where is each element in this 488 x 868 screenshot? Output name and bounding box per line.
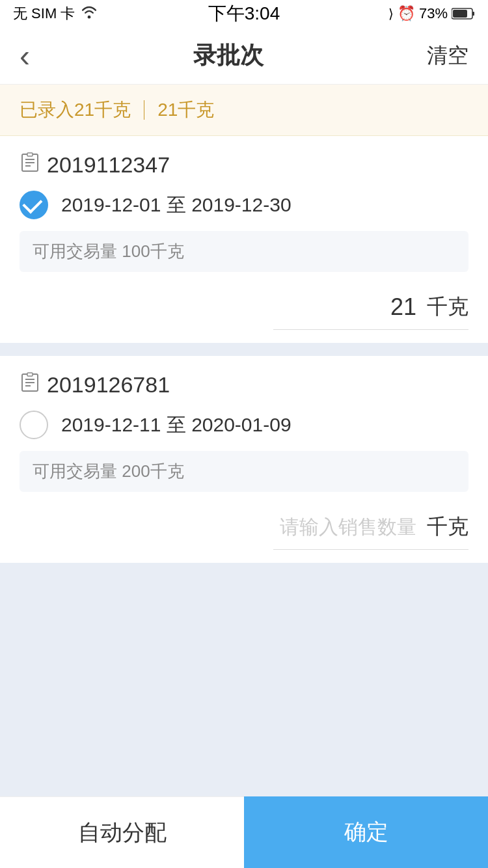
carrier-text: 无 SIM 卡: [13, 4, 75, 23]
location-icon: ⟩: [388, 6, 394, 21]
page-title: 录批次: [193, 40, 264, 72]
recorded-label: 已录入21千克: [20, 98, 131, 122]
battery-text: 73%: [419, 5, 448, 22]
batch2-quantity-row: 请输入销售数量 千克: [0, 502, 488, 547]
batch1-quantity-row: 21 千克: [0, 282, 488, 327]
wifi-icon: [80, 5, 98, 23]
nav-bar: ‹ 录批次 清空: [0, 27, 488, 85]
section-divider: [0, 343, 488, 356]
batch1-icon: [20, 152, 40, 178]
svg-rect-2: [453, 10, 467, 18]
batch2-radio[interactable]: [20, 411, 48, 439]
battery-icon: [452, 7, 475, 20]
batch2-date: 2019-12-11 至 2020-01-09: [61, 412, 291, 439]
info-banner: 已录入21千克 21千克: [0, 85, 488, 136]
status-time: 下午3:04: [208, 1, 280, 26]
batch2-quantity-unit: 千克: [427, 513, 468, 541]
status-bar: 无 SIM 卡 下午3:04 ⟩ ⏰ 73%: [0, 0, 488, 27]
batch1-quantity-value: 21: [390, 293, 416, 321]
back-button[interactable]: ‹: [20, 38, 30, 74]
batch-item-1: 2019112347 2019-12-01 至 2019-12-30 可用交易量…: [0, 136, 488, 343]
batch2-input-placeholder[interactable]: 请输入销售数量: [280, 514, 416, 541]
batch1-radio[interactable]: [20, 191, 48, 219]
batch2-number: 2019126781: [47, 372, 170, 398]
bottom-bar: 自动分配 确定: [0, 796, 488, 868]
svg-rect-1: [472, 12, 474, 16]
status-left: 无 SIM 卡: [13, 4, 98, 23]
batch1-header: 2019112347: [0, 136, 488, 184]
alarm-icon: ⏰: [398, 5, 415, 22]
banner-divider: [144, 100, 144, 120]
batch1-number: 2019112347: [47, 152, 170, 178]
batch2-avail: 可用交易量 200千克: [20, 451, 468, 492]
svg-rect-7: [27, 153, 33, 156]
batch-item-2: 2019126781 2019-12-11 至 2020-01-09 可用交易量…: [0, 356, 488, 563]
auto-distribute-button[interactable]: 自动分配: [0, 796, 244, 868]
confirm-button[interactable]: 确定: [244, 796, 488, 868]
batch1-avail: 可用交易量 100千克: [20, 231, 468, 272]
batch2-header: 2019126781: [0, 356, 488, 404]
batch1-quantity-unit: 千克: [427, 293, 468, 321]
page-content: 已录入21千克 21千克 2019112347 2019-12-01 至 201…: [0, 85, 488, 823]
batch1-date: 2019-12-01 至 2019-12-30: [61, 192, 291, 219]
recorded-value: 21千克: [157, 98, 214, 122]
batch2-row[interactable]: 2019-12-11 至 2020-01-09: [0, 404, 488, 446]
svg-rect-12: [27, 373, 33, 376]
status-right: ⟩ ⏰ 73%: [388, 5, 475, 22]
batch1-row[interactable]: 2019-12-01 至 2019-12-30: [0, 184, 488, 226]
empty-area: [0, 563, 488, 823]
batch2-icon: [20, 372, 40, 398]
clear-button[interactable]: 清空: [427, 42, 468, 70]
